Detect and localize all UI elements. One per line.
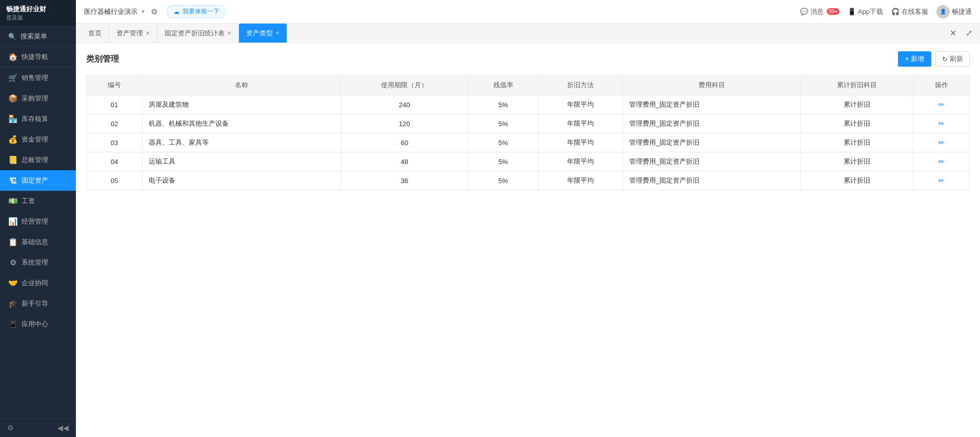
cell-action: ✏	[913, 95, 969, 114]
table-row: 01 房屋及建筑物 240 5% 年限平均 管理费用_固定资产折旧 累计折旧 ✏	[87, 95, 970, 114]
sidebar-item-quick-nav[interactable]: 🏠 快捷导航	[0, 47, 76, 68]
sidebar-item-ledger[interactable]: 📒总账管理	[0, 150, 76, 170]
sidebar-item-purchase[interactable]: 📦采购管理	[0, 88, 76, 109]
operations-icon: 📊	[8, 217, 17, 226]
cell-residual: 5%	[468, 114, 538, 133]
edit-icon[interactable]: ✏	[938, 176, 945, 185]
tab-asset-mgmt[interactable]: 资产管理✕	[109, 24, 157, 43]
capital-icon: 💰	[8, 135, 17, 144]
table-row: 04 运输工具 48 5% 年限平均 管理费用_固定资产折旧 累计折旧 ✏	[87, 152, 970, 171]
sidebar-item-operations[interactable]: 📊经营管理	[0, 211, 76, 232]
app-center-icon: 📱	[8, 320, 17, 329]
experience-button[interactable]: ☁ 我要体验一下	[167, 5, 226, 18]
cell-accum: 累计折旧	[801, 95, 913, 114]
user-name: 畅捷通	[952, 7, 972, 16]
col-header: 操作	[913, 75, 969, 95]
header-actions: + 新增 ↻ 刷新	[898, 51, 970, 67]
edit-icon[interactable]: ✏	[938, 101, 945, 109]
sidebar-item-app-center[interactable]: 📱应用中心	[0, 314, 76, 334]
sidebar-item-inventory[interactable]: 🏪库存核算	[0, 109, 76, 129]
refresh-label: 刷新	[950, 54, 963, 64]
tab-close-icon[interactable]: ✕	[227, 30, 231, 36]
app-download-button[interactable]: 📱 App下载	[848, 7, 883, 16]
col-header: 累计折旧科目	[801, 75, 913, 95]
customer-service-label: 在线客服	[902, 7, 928, 16]
edit-icon[interactable]: ✏	[938, 120, 945, 128]
edit-icon[interactable]: ✏	[938, 138, 945, 147]
tab-fixed-asset-depreciation[interactable]: 固定资产折旧统计表✕	[157, 24, 239, 43]
settings-gear-icon[interactable]: ⚙	[151, 7, 157, 16]
messages-button[interactable]: 💬 消息 99+	[800, 7, 839, 16]
cell-code: 01	[87, 95, 143, 114]
cell-expense: 管理费用_固定资产折旧	[623, 152, 801, 171]
cell-action: ✏	[913, 133, 969, 152]
sales-icon: 🛒	[8, 73, 17, 83]
cell-accum: 累计折旧	[801, 133, 913, 152]
col-header: 残值率	[468, 75, 538, 95]
sidebar-item-payroll[interactable]: 💵工资	[0, 191, 76, 211]
headset-icon: 🎧	[891, 8, 899, 15]
tabbar-controls: ✕ ⤢	[947, 27, 975, 39]
sidebar-item-label: 应用中心	[22, 320, 48, 329]
sidebar-item-basic-info[interactable]: 📋基础信息	[0, 232, 76, 252]
payroll-icon: 💵	[8, 196, 17, 206]
sidebar-item-capital[interactable]: 💰资金管理	[0, 129, 76, 150]
col-header: 使用期限（月）	[341, 75, 468, 95]
sidebar-item-label: 资金管理	[22, 135, 48, 144]
basic-info-icon: 📋	[8, 237, 17, 247]
cell-code: 03	[87, 133, 143, 152]
search-menu-button[interactable]: 🔍 搜索菜单	[0, 27, 76, 47]
sidebar-item-label: 库存核算	[22, 114, 48, 124]
sidebar-item-label: 系统管理	[22, 258, 48, 267]
messages-label: 消息	[810, 7, 824, 16]
sidebar-item-fixed-asset[interactable]: 🏗固定资产	[0, 170, 76, 191]
app-download-label: App下载	[858, 7, 883, 16]
sidebar-item-sales[interactable]: 🛒销售管理	[0, 68, 76, 88]
page-title: 类别管理	[86, 54, 119, 65]
app-logo: 畅捷通好业财 普及版	[0, 0, 76, 27]
cell-action: ✏	[913, 171, 969, 190]
tab-asset-type[interactable]: 资产类型✕	[239, 24, 287, 43]
tab-label: 资产类型	[246, 29, 273, 38]
cell-name: 房屋及建筑物	[143, 95, 341, 114]
settings-icon[interactable]: ⚙	[7, 424, 14, 432]
sidebar-item-label: 总账管理	[22, 155, 48, 165]
edit-icon[interactable]: ✏	[938, 157, 945, 166]
cell-period: 120	[341, 114, 468, 133]
topbar-right: 💬 消息 99+ 📱 App下载 🎧 在线客服 👤 畅捷通	[800, 5, 972, 18]
close-tab-button[interactable]: ✕	[947, 27, 959, 39]
message-icon: 💬	[800, 8, 808, 15]
cell-code: 02	[87, 114, 143, 133]
app-version: 普及版	[6, 14, 70, 21]
sidebar-item-label: 销售管理	[22, 73, 48, 83]
home-icon: 🏠	[8, 52, 17, 62]
sidebar-item-system[interactable]: ⚙系统管理	[0, 252, 76, 273]
table-header: 编号名称使用期限（月）残值率折旧方法费用科目累计折旧科目操作	[87, 75, 970, 95]
cell-accum: 累计折旧	[801, 152, 913, 171]
cell-period: 48	[341, 152, 468, 171]
sidebar: 畅捷通好业财 普及版 🔍 搜索菜单 🏠 快捷导航 🛒销售管理📦采购管理🏪库存核算…	[0, 0, 76, 437]
collapse-icon[interactable]: ◀◀	[57, 424, 69, 432]
fixed-asset-icon: 🏗	[8, 176, 17, 185]
cell-residual: 5%	[468, 133, 538, 152]
sidebar-item-guide[interactable]: 🎓新手引导	[0, 293, 76, 314]
tab-home[interactable]: 首页	[81, 24, 109, 43]
col-header: 编号	[87, 75, 143, 95]
sidebar-item-enterprise[interactable]: 🤝企业协同	[0, 273, 76, 293]
tab-close-icon[interactable]: ✕	[275, 30, 279, 36]
asset-type-table: 编号名称使用期限（月）残值率折旧方法费用科目累计折旧科目操作 01 房屋及建筑物…	[86, 75, 970, 190]
customer-service-button[interactable]: 🎧 在线客服	[891, 7, 928, 16]
cell-accum: 累计折旧	[801, 114, 913, 133]
sidebar-item-label: 经营管理	[22, 217, 48, 226]
new-button[interactable]: + 新增	[898, 51, 931, 67]
app-name: 畅捷通好业财	[6, 5, 70, 14]
cell-residual: 5%	[468, 171, 538, 190]
cell-period: 240	[341, 95, 468, 114]
module-selector[interactable]: 医疗器械行业演示 ▼	[84, 7, 146, 16]
refresh-button[interactable]: ↻ 刷新	[935, 51, 970, 67]
download-icon: 📱	[848, 8, 856, 15]
maximize-tab-button[interactable]: ⤢	[963, 27, 975, 39]
user-menu[interactable]: 👤 畅捷通	[936, 5, 972, 18]
col-header: 名称	[143, 75, 341, 95]
tab-close-icon[interactable]: ✕	[146, 30, 150, 36]
